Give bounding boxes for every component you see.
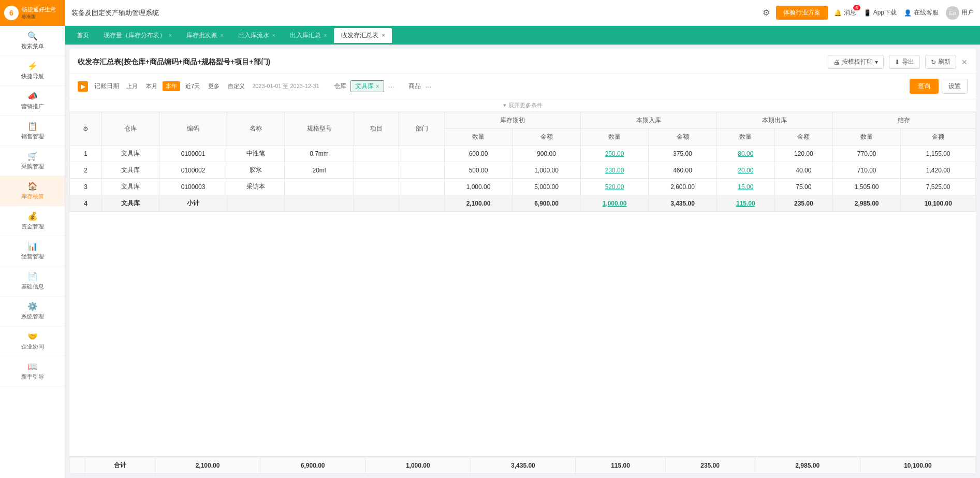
query-btn[interactable]: 查询 xyxy=(910,79,939,94)
row-out-amount: 75.00 xyxy=(774,179,832,195)
total-empty1 xyxy=(70,457,85,474)
online-service-btn[interactable]: 👤 在线客服 xyxy=(904,8,939,17)
row-out-qty[interactable]: 20.00 xyxy=(716,162,774,179)
tab-inout-summary[interactable]: 出入库汇总 × xyxy=(283,28,334,43)
tab-home[interactable]: 首页 xyxy=(69,28,96,43)
tab-close-icon[interactable]: × xyxy=(221,33,224,38)
product-filter-label: 商品 xyxy=(408,82,421,91)
operations-icon: 📊 xyxy=(27,241,38,251)
quick-icon: ⚡ xyxy=(27,61,38,71)
sidebar-item-inventory[interactable]: 🏠 库存核算 xyxy=(0,176,65,206)
logo-icon: 6 xyxy=(4,6,19,20)
tab-close-icon[interactable]: × xyxy=(324,33,327,38)
tab-recv-summary[interactable]: 收发存汇总表 × xyxy=(334,28,392,43)
expand-conditions-btn[interactable]: ▾ 展开更多条件 xyxy=(503,102,543,109)
sidebar-item-corp[interactable]: 🤝 企业协同 xyxy=(0,326,65,356)
row-out-qty[interactable]: 80.00 xyxy=(716,146,774,162)
subtotal-opening-qty: 2,100.00 xyxy=(444,195,513,212)
date-btn-custom[interactable]: 自定义 xyxy=(225,81,248,91)
date-btn-this-year[interactable]: 本年 xyxy=(163,81,180,91)
finance-icon: 💰 xyxy=(27,211,38,221)
tab-stock-dist[interactable]: 现存量（库存分布表） × xyxy=(96,28,179,43)
notification-btn[interactable]: 🔔 消息 6 xyxy=(834,8,856,17)
row-out-amount: 120.00 xyxy=(774,146,832,162)
user-menu[interactable]: Ea 用户 xyxy=(946,6,974,20)
subtotal-row: 4 文具库 小计 2,100.00 6,900.00 1,000.00 3,43… xyxy=(70,195,976,212)
tab-close-icon[interactable]: × xyxy=(382,33,385,38)
inventory-icon: 🏠 xyxy=(27,181,38,191)
close-page-btn[interactable]: ✕ xyxy=(961,58,968,66)
logo-title: 畅捷通好生意 xyxy=(22,6,56,13)
warehouse-more-btn[interactable]: ··· xyxy=(388,82,394,91)
th-opening-qty: 数量 xyxy=(444,129,513,146)
total-out-amount: 235.00 xyxy=(665,457,755,474)
date-btn-more[interactable]: 更多 xyxy=(205,81,223,91)
th-balance-qty: 数量 xyxy=(832,129,901,146)
sidebar-item-search[interactable]: 🔍 搜索菜单 xyxy=(0,26,65,56)
row-num: 2 xyxy=(70,162,102,179)
row-product-code: 0100003 xyxy=(159,179,227,195)
th-in-qty: 数量 xyxy=(580,129,649,146)
main-area: 装备及固定资产辅助管理系统 ⚙ 体验行业方案 🔔 消息 6 📱 App下载 👤 … xyxy=(65,0,980,478)
date-btn-last-month[interactable]: 上月 xyxy=(123,81,141,91)
print-btn[interactable]: 🖨 按模板打印 ▾ xyxy=(828,55,884,69)
date-btn-this-month[interactable]: 本月 xyxy=(143,81,160,91)
sidebar-item-quick[interactable]: ⚡ 快捷导航 xyxy=(0,56,65,86)
product-more-btn[interactable]: ··· xyxy=(425,82,431,91)
sidebar-item-label: 新手引导 xyxy=(21,373,44,381)
sidebar-item-marketing[interactable]: 📣 营销推广 xyxy=(0,86,65,116)
topbar-actions: 🔔 消息 6 📱 App下载 👤 在线客服 Ea 用户 xyxy=(834,6,974,20)
corp-icon: 🤝 xyxy=(27,331,38,341)
sidebar-item-purchase[interactable]: 🛒 采购管理 xyxy=(0,146,65,176)
row-out-qty[interactable]: 15.00 xyxy=(716,179,774,195)
sidebar-item-operations[interactable]: 📊 经营管理 xyxy=(0,236,65,266)
sidebar-item-basic[interactable]: 📄 基础信息 xyxy=(0,266,65,296)
sidebar-item-finance[interactable]: 💰 资金管理 xyxy=(0,206,65,236)
sidebar-item-system[interactable]: ⚙️ 系统管理 xyxy=(0,296,65,326)
refresh-btn[interactable]: ↻ 刷新 xyxy=(925,55,956,69)
row-balance-qty: 770.00 xyxy=(832,146,901,162)
data-table: ⚙ 仓库 编码 名称 规格型号 项目 部门 库存期初 本期入库 本期出库 结存 xyxy=(69,112,976,212)
row-in-qty[interactable]: 230.00 xyxy=(580,162,649,179)
warehouse-tag-close[interactable]: × xyxy=(376,83,379,90)
sidebar-item-guide[interactable]: 📖 新手引导 xyxy=(0,356,65,386)
avatar: Ea xyxy=(946,6,959,20)
row-in-qty[interactable]: 520.00 xyxy=(580,179,649,195)
subtotal-balance-amount: 10,100.00 xyxy=(901,195,976,212)
app-download-btn[interactable]: 📱 App下载 xyxy=(864,8,897,17)
tab-batch[interactable]: 库存批次账 × xyxy=(179,28,231,43)
tab-close-icon[interactable]: × xyxy=(272,33,275,38)
setting-btn[interactable]: 设置 xyxy=(942,79,968,94)
filter-group: 记账日期 上月 本月 本年 近7天 更多 自定义 2023-01-01 至 20… xyxy=(94,80,431,92)
topbar: 装备及固定资产辅助管理系统 ⚙ 体验行业方案 🔔 消息 6 📱 App下载 👤 … xyxy=(65,0,980,26)
search-icon: 🔍 xyxy=(27,31,38,41)
row-in-qty[interactable]: 250.00 xyxy=(580,146,649,162)
sidebar-item-label: 库存核算 xyxy=(21,193,44,200)
sales-icon: 📋 xyxy=(27,121,38,131)
tab-home-label: 首页 xyxy=(77,31,89,40)
row-warehouse: 文具库 xyxy=(102,162,159,179)
chevron-down-icon: ▾ xyxy=(875,59,878,66)
sidebar-item-label: 经营管理 xyxy=(21,253,44,260)
online-service-label: 在线客服 xyxy=(914,8,939,17)
filter-expand-btn[interactable]: ▶ xyxy=(78,81,88,92)
tab-close-icon[interactable]: × xyxy=(169,33,172,38)
subtotal-out-qty[interactable]: 115.00 xyxy=(716,195,774,212)
total-row: 合计 2,100.00 6,900.00 1,000.00 3,435.00 1… xyxy=(70,457,976,474)
guide-icon: 📖 xyxy=(27,361,38,371)
date-btn-7days[interactable]: 近7天 xyxy=(182,81,203,91)
try-btn[interactable]: 体验行业方案 xyxy=(776,6,828,20)
row-opening-qty: 500.00 xyxy=(444,162,513,179)
settings-icon[interactable]: ⚙ xyxy=(763,8,770,18)
sidebar-item-sales[interactable]: 📋 销售管理 xyxy=(0,116,65,146)
row-product-spec xyxy=(285,179,354,195)
bell-icon: 🔔 xyxy=(834,9,842,17)
tab-inout-flow[interactable]: 出入库流水 × xyxy=(231,28,283,43)
th-out-qty: 数量 xyxy=(716,129,774,146)
subtotal-opening-amount: 6,900.00 xyxy=(513,195,581,212)
refresh-icon: ↻ xyxy=(931,59,936,66)
th-settings[interactable]: ⚙ xyxy=(70,112,102,146)
total-out-qty: 115.00 xyxy=(576,457,665,474)
export-btn[interactable]: ⬇ 导出 xyxy=(889,55,920,69)
subtotal-in-qty[interactable]: 1,000.00 xyxy=(580,195,649,212)
